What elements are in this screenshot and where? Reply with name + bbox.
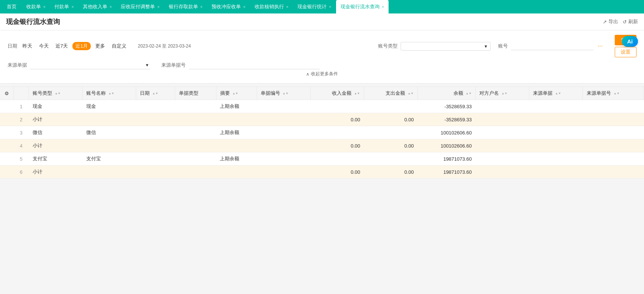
account-label: 账号 [498, 43, 508, 49]
doc-type-cell [175, 152, 216, 166]
account-type-select[interactable]: ▾ [401, 42, 491, 51]
source-doc-dropdown-icon: ▾ [146, 62, 149, 68]
row-num-cell: 5 [14, 152, 29, 166]
source-doc-no-input[interactable] [189, 61, 320, 69]
source-doc-cell [529, 113, 583, 126]
account-name-cell: 现金 [83, 100, 136, 113]
refresh-button[interactable]: ↺ 刷新 [623, 18, 638, 25]
close-icon[interactable]: × [157, 0, 159, 13]
account-dots-button[interactable]: ··· [596, 43, 604, 49]
source-doc-no-label: 来源单据号 [161, 62, 186, 69]
th-source-doc[interactable]: 来源单据 ▲▼ [529, 87, 583, 100]
account-input[interactable] [511, 42, 593, 50]
date-opt-1month[interactable]: 近1月 [72, 42, 91, 50]
close-icon[interactable]: × [243, 0, 245, 13]
source-doc-cell [529, 152, 583, 166]
th-income[interactable]: 收入金额 ▲▼ [310, 87, 364, 100]
table-row: 3微信微信上期余额100102606.60 [0, 126, 644, 139]
refresh-icon: ↺ [623, 19, 627, 25]
sort-arrows-account-name: ▲▼ [108, 92, 114, 95]
tab-collection-exec[interactable]: 收款核销执行 × [250, 0, 293, 13]
close-icon[interactable]: × [382, 0, 384, 13]
th-counterpart[interactable]: 对方户名 ▲▼ [476, 87, 529, 100]
sort-arrows-expense: ▲▼ [408, 92, 414, 95]
row-checkbox-cell [0, 139, 14, 152]
income-cell [310, 100, 364, 113]
date-cell [136, 139, 175, 152]
row-checkbox-cell [0, 152, 14, 166]
tab-prepayment[interactable]: 预收冲应收单 × [207, 0, 250, 13]
table-settings-col[interactable]: ⚙ [0, 87, 14, 100]
source-doc-select[interactable]: ▾ [30, 61, 150, 69]
account-type-cell: 小计 [29, 139, 83, 152]
close-icon[interactable]: × [110, 0, 112, 13]
balance-cell: 19871073.60 [417, 166, 476, 179]
tab-bank-deposit[interactable]: 银行存取款单 × [164, 0, 207, 13]
close-icon[interactable]: × [200, 0, 203, 13]
date-cell [136, 152, 175, 166]
th-expense[interactable]: 支出金额 ▲▼ [364, 87, 417, 100]
tab-other-income[interactable]: 其他收入单 × [78, 0, 116, 13]
th-source-doc-no[interactable]: 来源单据号 ▲▼ [583, 87, 644, 100]
tab-receipts[interactable]: 收款单 × [22, 0, 50, 13]
th-summary[interactable]: 摘要 ▲▼ [216, 87, 257, 100]
date-opt-custom[interactable]: 自定义 [110, 42, 129, 50]
balance-cell: -3528659.33 [417, 113, 476, 126]
counterpart-cell [476, 152, 529, 166]
date-opt-yesterday[interactable]: 昨天 [20, 42, 35, 50]
settings-button[interactable]: 设置 [615, 47, 636, 57]
date-opt-today[interactable]: 今天 [37, 42, 51, 50]
th-doc-no[interactable]: 单据编号 ▲▼ [257, 87, 310, 100]
income-cell: 0.00 [310, 113, 364, 126]
balance-cell: 100102606.60 [417, 126, 476, 139]
summary-cell [216, 139, 257, 152]
doc-no-cell [257, 126, 310, 139]
th-balance[interactable]: 余额 ▲▼ [417, 87, 476, 100]
sort-arrows-date: ▲▼ [152, 92, 158, 95]
filter-row-2: 来源单据 ▾ 来源单据号 [8, 61, 636, 69]
income-cell: 0.00 [310, 166, 364, 179]
tab-cash-bank-flow[interactable]: 现金银行流水查询 × [336, 0, 389, 13]
date-opt-7days[interactable]: 近7天 [53, 42, 70, 50]
home-nav-item[interactable]: 首页 [2, 0, 22, 13]
tab-payments[interactable]: 付款单 × [50, 0, 78, 13]
tab-cash-bank-stats[interactable]: 现金银行统计 × [293, 0, 336, 13]
date-opt-more[interactable]: 更多 [93, 42, 107, 50]
summary-cell: 上期余额 [216, 152, 257, 166]
tab-ar-ap-adjust[interactable]: 应收应付调整单 × [116, 0, 164, 13]
row-checkbox-cell [0, 166, 14, 179]
th-date[interactable]: 日期 ▲▼ [136, 87, 175, 100]
close-icon[interactable]: × [329, 0, 331, 13]
account-type-label: 账号类型 [378, 43, 398, 49]
counterpart-cell [476, 113, 529, 126]
table-gear-icon[interactable]: ⚙ [5, 91, 9, 96]
counterpart-cell [476, 166, 529, 179]
account-type-group: 账号类型 ▾ [378, 42, 491, 51]
source-doc-cell [529, 126, 583, 139]
doc-type-cell [175, 166, 216, 179]
ai-badge[interactable]: Ai [622, 36, 638, 47]
th-account-type[interactable]: 账号类型 ▲▼ [29, 87, 83, 100]
collapse-button[interactable]: ∧ 收起更多条件 [8, 69, 636, 79]
balance-cell: -3528659.33 [417, 100, 476, 113]
doc-type-cell [175, 126, 216, 139]
filter-area: 日期 昨天 今天 近7天 近1月 更多 自定义 2023-02-24 至 202… [0, 30, 644, 84]
row-checkbox-cell [0, 126, 14, 139]
account-type-cell: 小计 [29, 166, 83, 179]
close-icon[interactable]: × [286, 0, 288, 13]
close-icon[interactable]: × [43, 0, 45, 13]
date-cell [136, 126, 175, 139]
th-account-name[interactable]: 账号名称 ▲▼ [83, 87, 136, 100]
doc-type-cell [175, 139, 216, 152]
counterpart-cell [476, 139, 529, 152]
sort-arrows-income: ▲▼ [354, 92, 360, 95]
export-button[interactable]: ↗ 导出 [603, 18, 618, 25]
top-navigation: 首页 收款单 × 付款单 × 其他收入单 × 应收应付调整单 × 银行存取款单 … [0, 0, 644, 13]
th-row-num [14, 87, 29, 100]
collapse-icon: ∧ [306, 72, 309, 77]
close-icon[interactable]: × [71, 0, 74, 13]
sort-arrows-counterpart: ▲▼ [501, 92, 507, 95]
expense-cell [364, 152, 417, 166]
row-checkbox-cell [0, 113, 14, 126]
th-doc-type[interactable]: 单据类型 [175, 87, 216, 100]
